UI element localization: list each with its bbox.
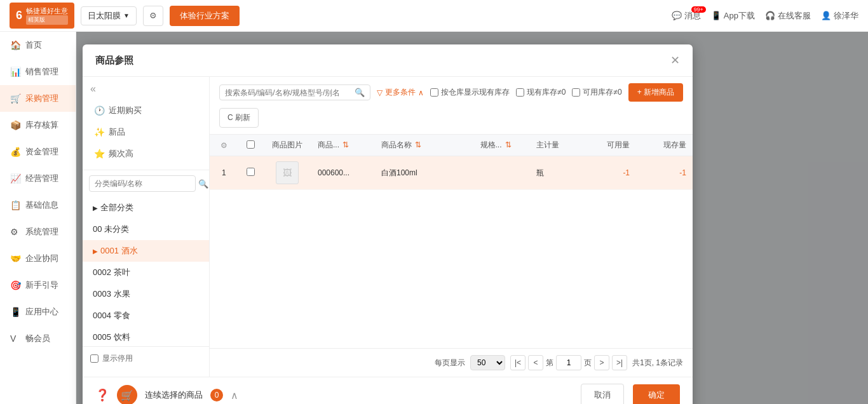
top-nav: 6 畅捷通好生意 精英版 日太阳膜 ▼ ⚙ 体验行业方案 💬 消息 99+ 📱 … <box>0 0 868 32</box>
help-icon[interactable]: ❓ <box>95 388 109 402</box>
add-product-button[interactable]: + 新增商品 <box>628 83 683 102</box>
category-item-0001[interactable]: ▶ 0001 酒水 <box>83 240 209 262</box>
message-badge: 99+ <box>691 6 706 13</box>
sidebar-item-sales[interactable]: 📊 销售管理 <box>0 58 76 85</box>
quick-item-frequent[interactable]: ⭐ 频次高 <box>88 143 204 165</box>
cart-icon[interactable]: 🛒 <box>117 385 137 404</box>
sidebar-item-guide[interactable]: 🎯 新手引导 <box>0 272 76 299</box>
sidebar-item-purchase[interactable]: 🛒 采购管理 <box>0 85 76 112</box>
main-layout: 🏠 首页 📊 销售管理 🛒 采购管理 📦 库存核算 💰 资金管理 📈 经营管理 … <box>0 32 868 404</box>
sort-icon: ⇅ <box>342 140 349 149</box>
avatar-icon: 👤 <box>821 11 831 20</box>
col-checkbox <box>238 135 263 156</box>
logo-tag: 精英版 <box>26 15 68 25</box>
headset-icon: 🎧 <box>765 11 775 20</box>
show-disabled-input[interactable] <box>90 354 98 363</box>
page-size-select[interactable]: 50 20 100 <box>470 355 505 370</box>
quick-item-label: 新品 <box>109 126 125 138</box>
page-size-label: 每页显示 <box>435 358 465 368</box>
member-icon: V <box>10 333 20 344</box>
confirm-button[interactable]: 确定 <box>633 384 680 404</box>
by-warehouse-input[interactable] <box>430 88 438 97</box>
expand-icon: ▶ <box>93 205 98 212</box>
messages-item[interactable]: 💬 消息 99+ <box>672 10 701 22</box>
category-item-0003[interactable]: 0003 水果 <box>83 283 209 305</box>
sidebar-item-system[interactable]: ⚙ 系统管理 <box>0 219 76 245</box>
row-stock: -1 <box>636 156 693 190</box>
category-search-icon[interactable]: 🔍 <box>198 179 208 189</box>
category-item-0004[interactable]: 0004 零食 <box>83 305 209 327</box>
col-spec-header[interactable]: 规格... ⇅ <box>474 135 531 156</box>
select-all-checkbox[interactable] <box>247 140 255 149</box>
filter-button[interactable]: ▽ 更多条件 ∧ <box>377 87 424 98</box>
message-icon: 💬 <box>672 11 682 20</box>
category-search-input[interactable] <box>89 175 196 192</box>
sidebar-item-inventory[interactable]: 📦 库存核算 <box>0 112 76 138</box>
sidebar-item-finance[interactable]: 💰 资金管理 <box>0 138 76 165</box>
row-spec <box>474 156 531 190</box>
product-search-input[interactable] <box>225 88 352 97</box>
divider <box>83 170 209 170</box>
app-download-item[interactable]: 📱 App下载 <box>711 10 755 22</box>
col-code-header[interactable]: 商品... ⇅ <box>311 135 375 156</box>
row-image: 🖼 <box>263 156 311 190</box>
avail-nonzero-input[interactable] <box>572 88 580 97</box>
show-disabled-checkbox[interactable]: 显示停用 <box>90 353 201 364</box>
category-search: 🔍 <box>83 175 209 197</box>
col-settings: ⚙ <box>210 135 238 156</box>
collapse-left-button[interactable]: « <box>90 83 96 95</box>
category-list: ▶ 全部分类 00 未分类 ▶ 0001 酒水 0002 茶叶 <box>83 197 209 346</box>
col-name-label: 商品名称 <box>381 140 412 149</box>
sidebar-item-basic-info[interactable]: 📋 基础信息 <box>0 192 76 219</box>
quick-item-label: 近期购买 <box>109 105 142 116</box>
prev-page-button[interactable]: < <box>528 355 543 370</box>
page-number-input[interactable] <box>556 355 581 370</box>
sidebar-item-enterprise[interactable]: 🤝 企业协同 <box>0 245 76 272</box>
user-item[interactable]: 👤 徐泽华 <box>821 10 858 22</box>
row-code: 000600... <box>311 156 375 190</box>
checkbox-stock-nonzero[interactable]: 现有库存≠0 <box>516 87 566 98</box>
category-item-all[interactable]: ▶ 全部分类 <box>83 197 209 219</box>
quick-item-recent[interactable]: 🕐 近期购买 <box>88 100 204 121</box>
modal-title: 商品参照 <box>95 55 133 67</box>
inventory-icon: 📦 <box>10 120 20 130</box>
next-page-button[interactable]: > <box>594 355 609 370</box>
category-item-0002[interactable]: 0002 茶叶 <box>83 262 209 283</box>
category-label: 0004 零食 <box>93 310 130 321</box>
category-label: 0003 水果 <box>93 288 130 300</box>
search-icon[interactable]: 🔍 <box>355 88 365 97</box>
pagination-bar: 每页显示 50 20 100 |< < 第 页 > <box>210 348 693 377</box>
stock-nonzero-label: 现有库存≠0 <box>527 87 566 98</box>
col-name-header[interactable]: 商品名称 ⇅ <box>375 135 474 156</box>
table-row[interactable]: 1 🖼 000600... 白酒100ml <box>210 156 693 190</box>
refresh-button[interactable]: C 刷新 <box>219 108 259 128</box>
last-page-button[interactable]: >| <box>612 355 627 370</box>
row-avail: -1 <box>580 156 636 190</box>
gear-button[interactable]: ⚙ <box>143 6 163 26</box>
first-page-button[interactable]: |< <box>510 355 526 370</box>
content-area: 查询 设置 刷新 商品参照 ✕ « <box>76 32 868 404</box>
sidebar-item-home[interactable]: 🏠 首页 <box>0 32 76 58</box>
cancel-button[interactable]: 取消 <box>581 384 624 404</box>
sidebar-item-label: 资金管理 <box>25 146 58 158</box>
category-item-0005[interactable]: 0005 饮料 <box>83 327 209 346</box>
category-item-00[interactable]: 00 未分类 <box>83 219 209 240</box>
col-code-label: 商品... <box>318 140 339 149</box>
collapse-up-icon[interactable]: ∧ <box>231 389 238 401</box>
stock-nonzero-input[interactable] <box>516 88 524 97</box>
nav-selector[interactable]: 日太阳膜 ▼ <box>81 6 137 25</box>
checkbox-by-warehouse[interactable]: 按仓库显示现有库存 <box>430 87 510 98</box>
modal-close-button[interactable]: ✕ <box>670 53 680 67</box>
nav-arrow-icon: ▼ <box>123 12 130 19</box>
quick-item-new[interactable]: ✨ 新品 <box>88 121 204 143</box>
sidebar-item-member[interactable]: V 畅会员 <box>0 325 76 352</box>
trial-button[interactable]: 体验行业方案 <box>170 6 240 26</box>
checkbox-avail-nonzero[interactable]: 可用库存≠0 <box>572 87 621 98</box>
sidebar: 🏠 首页 📊 销售管理 🛒 采购管理 📦 库存核算 💰 资金管理 📈 经营管理 … <box>0 32 76 404</box>
row-select-checkbox[interactable] <box>247 168 255 176</box>
online-service-item[interactable]: 🎧 在线客服 <box>765 10 811 22</box>
modal-left-panel: « 🕐 近期购买 ✨ 新品 ⭐ 频次高 <box>83 77 210 377</box>
sidebar-item-operations[interactable]: 📈 经营管理 <box>0 165 76 192</box>
table-settings-icon[interactable]: ⚙ <box>220 141 227 150</box>
sidebar-item-apps[interactable]: 📱 应用中心 <box>0 299 76 325</box>
